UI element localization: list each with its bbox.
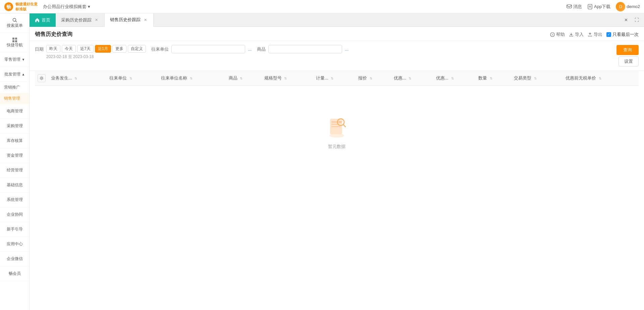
date-btn-last7days[interactable]: 近7天	[77, 45, 94, 53]
sidebar-item-marketing[interactable]: 营销推广	[0, 82, 29, 93]
sidebar-item-inventory[interactable]: 库存核算	[0, 134, 29, 148]
th-partner-name[interactable]: 往来单位名称 ⇅	[158, 71, 226, 86]
page-content: 销售历史价查询 ? 帮助 导入 导出 ✓	[30, 27, 644, 310]
sidebar-item-basic-info[interactable]: 基础信息	[0, 178, 29, 193]
product-input[interactable]	[268, 45, 342, 53]
date-btn-yesterday[interactable]: 昨天	[46, 45, 60, 53]
tabs-bar: 首页 采购历史价跟踪 ✕ 销售历史价跟踪 ✕ ✕ ⛶	[30, 13, 644, 27]
app-download-btn[interactable]: App下载	[587, 4, 610, 10]
only-last-checkbox[interactable]: ✓ 只看最后一次	[606, 32, 639, 38]
empty-state-icon	[323, 113, 350, 140]
date-btn-custom[interactable]: 自定义	[128, 45, 146, 53]
sort-icon-unit: ⇅	[331, 76, 333, 80]
svg-rect-2	[567, 5, 572, 8]
tab-sales-history-label: 销售历史价跟踪	[110, 17, 141, 23]
query-btn[interactable]: 查询	[616, 45, 639, 55]
sidebar-item-membership[interactable]: 畅会员	[0, 266, 29, 281]
sidebar-item-operations[interactable]: 经营管理	[0, 163, 29, 178]
th-discount2[interactable]: 优惠... ⇅	[433, 71, 476, 86]
checkbox-checked-icon: ✓	[606, 32, 611, 37]
help-btn[interactable]: ? 帮助	[550, 32, 565, 38]
partner-filter-group: 往来单位 ...	[151, 45, 252, 53]
tab-sales-history-close[interactable]: ✕	[143, 17, 148, 22]
sidebar-item-finance[interactable]: 资金管理	[0, 148, 29, 163]
page-header-actions: ? 帮助 导入 导出 ✓ 只看最后一次	[550, 32, 639, 38]
tab-home[interactable]: 首页	[30, 13, 56, 27]
date-filter-controls: 昨天 今天 近7天 近1月 更多 自定义 2023-02-18 至 2023-0…	[46, 45, 146, 60]
close-all-tabs-btn[interactable]: ✕	[621, 15, 631, 25]
nav-icon	[12, 37, 17, 42]
date-buttons: 昨天 今天 近7天 近1月 更多 自定义	[46, 45, 146, 53]
export-btn[interactable]: 导出	[588, 32, 602, 38]
tabs-actions: ✕ ⛶	[621, 15, 644, 25]
partner-input[interactable]	[171, 45, 245, 53]
sidebar-item-retail-mgmt[interactable]: 零售管理 ▼	[0, 52, 29, 67]
date-btn-today[interactable]: 今天	[62, 45, 76, 53]
content-area: 首页 采购历史价跟踪 ✕ 销售历史价跟踪 ✕ ✕ ⛶ 销售历史价查询	[30, 13, 644, 310]
setting-btn[interactable]: 设置	[619, 56, 639, 66]
partner-dots[interactable]: ...	[248, 47, 252, 52]
tab-purchase-history-close[interactable]: ✕	[94, 17, 99, 23]
th-biz-date[interactable]: 业务发生... ⇅	[48, 71, 107, 86]
svg-line-21	[343, 124, 345, 127]
retail-arrow-icon: ▼	[22, 58, 25, 61]
sidebar-item-purchase[interactable]: 采购管理	[0, 119, 29, 134]
sidebar-item-app-center[interactable]: 应用中心	[0, 237, 29, 252]
table-settings-btn[interactable]	[38, 74, 46, 82]
sort-icon-product: ⇅	[240, 76, 243, 80]
page-title: 销售历史价查询	[35, 31, 72, 38]
export-icon	[588, 32, 592, 37]
sidebar-label-system: 系统管理	[7, 197, 23, 203]
top-bar-left: 畅 畅捷通好生意 标准版 办公用品行业模拟账套 ▾	[4, 2, 93, 11]
sidebar-label-quick-nav: 快捷导航	[7, 42, 23, 48]
th-discount1[interactable]: 优惠... ⇅	[391, 71, 433, 86]
th-product[interactable]: 商品 ⇅	[226, 71, 262, 86]
svg-rect-9	[15, 38, 17, 40]
product-dots[interactable]: ...	[345, 47, 348, 52]
sidebar-item-search-menu[interactable]: 搜索菜单	[0, 13, 29, 33]
th-quoted-price[interactable]: 报价 ⇅	[356, 71, 391, 86]
sidebar-item-quick-nav[interactable]: 快捷导航	[0, 33, 29, 52]
sidebar-item-beginner-guide[interactable]: 新手引导	[0, 222, 29, 237]
workspace-selector[interactable]: 办公用品行业模拟账套 ▾	[40, 2, 93, 11]
message-icon	[567, 4, 572, 9]
filter-area: 日期 昨天 今天 近7天 近1月 更多 自定义 2023-02-18 至 202…	[30, 41, 644, 71]
th-trade-type[interactable]: 交易类型 ⇅	[511, 71, 563, 86]
svg-point-14	[41, 78, 43, 79]
workspace-dropdown-icon: ▾	[88, 4, 90, 9]
help-icon: ?	[550, 32, 555, 37]
svg-line-7	[15, 21, 17, 22]
th-unit[interactable]: 计量... ⇅	[313, 71, 356, 86]
message-btn[interactable]: 消息	[567, 4, 582, 10]
sidebar-item-wholesale-mgmt[interactable]: 批发管理 ▲	[0, 67, 29, 82]
th-spec[interactable]: 规格型号 ⇅	[262, 71, 313, 86]
filter-row: 日期 昨天 今天 近7天 近1月 更多 自定义 2023-02-18 至 202…	[35, 45, 608, 60]
empty-state: 暂元数据	[35, 86, 639, 176]
tab-purchase-history[interactable]: 采购历史价跟踪 ✕	[56, 13, 105, 27]
tab-sales-history[interactable]: 销售历史价跟踪 ✕	[105, 13, 154, 27]
sidebar-label-ecommerce: 电商管理	[7, 108, 23, 114]
th-pretax-price[interactable]: 优惠前无税单价 ⇅	[563, 71, 639, 86]
sort-icon-biz-date: ⇅	[74, 76, 77, 80]
download-icon	[587, 4, 593, 9]
sidebar-item-enterprise-wechat[interactable]: 企业微信	[0, 252, 29, 266]
th-partner-code[interactable]: 往来单位 ⇅	[107, 71, 158, 86]
date-btn-last1month[interactable]: 近1月	[95, 45, 111, 53]
th-quantity[interactable]: 数量 ⇅	[476, 71, 511, 86]
workspace-name: 办公用品行业模拟账套	[43, 4, 87, 10]
empty-state-text: 暂元数据	[328, 144, 345, 150]
sidebar-item-system[interactable]: 系统管理	[0, 193, 29, 207]
sort-icon-discount1: ⇅	[409, 76, 411, 80]
sidebar-item-ecommerce[interactable]: 电商管理	[0, 104, 29, 119]
import-btn[interactable]: 导入	[569, 32, 584, 38]
svg-rect-3	[588, 4, 592, 9]
sort-icon-partner-code: ⇅	[129, 76, 132, 80]
sidebar-item-sales-mgmt[interactable]: 销售管理	[0, 93, 29, 104]
user-profile-btn[interactable]: D demo2	[616, 2, 640, 11]
sidebar-label-beginner-guide: 新手引导	[7, 226, 23, 232]
fullscreen-btn[interactable]: ⛶	[632, 15, 641, 25]
date-btn-more[interactable]: 更多	[112, 45, 126, 53]
sort-icon-partner-name: ⇅	[190, 76, 193, 80]
sort-icon-spec: ⇅	[284, 76, 287, 80]
sidebar-item-enterprise-coop[interactable]: 企业协同	[0, 207, 29, 222]
